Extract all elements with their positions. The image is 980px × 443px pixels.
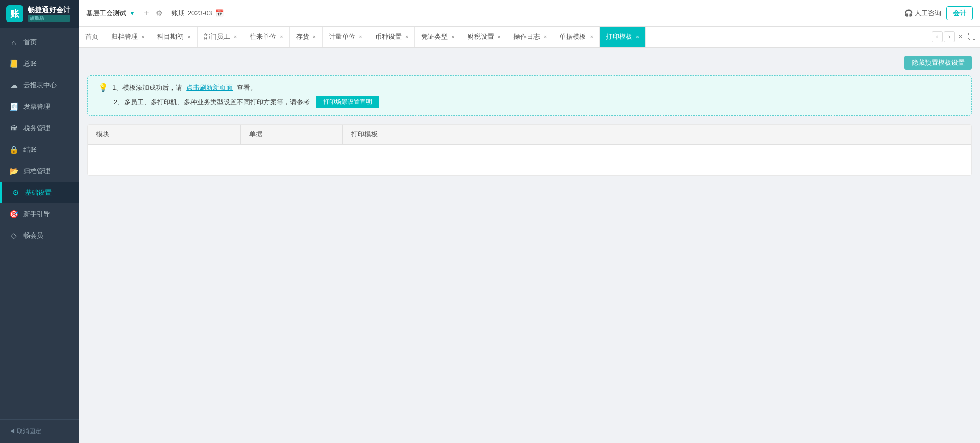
- tab-unit-close[interactable]: ×: [359, 34, 362, 40]
- main-area: 基层工会测试 ▼ ＋ ⚙ 账期 2023-03 📅 🎧 人工咨询 会计 首页 归…: [79, 0, 980, 443]
- sidebar-item-home[interactable]: ⌂ 首页: [0, 32, 79, 53]
- tab-print-template[interactable]: 打印模板 ×: [600, 27, 646, 47]
- sidebar-item-close[interactable]: 🔒 结账: [0, 139, 79, 160]
- tab-voucher-type-label: 凭证类型: [421, 32, 448, 41]
- home-icon: ⌂: [9, 38, 18, 47]
- sidebar-item-label-ledger: 总账: [23, 59, 37, 68]
- tab-currency[interactable]: 币种设置 ×: [369, 27, 415, 47]
- notice-text-1-prefix: 1、模板添加成功后，请: [112, 83, 182, 92]
- tab-supplier-close[interactable]: ×: [280, 34, 283, 40]
- sidebar-item-label-tax: 税务管理: [23, 124, 50, 133]
- col-print-template: 打印模板: [343, 125, 971, 144]
- tab-stock[interactable]: 存货 ×: [290, 27, 323, 47]
- close-account-icon: 🔒: [9, 145, 18, 154]
- content-header: 隐藏预置模板设置: [87, 56, 972, 70]
- tab-archive-close[interactable]: ×: [141, 34, 144, 40]
- print-template-table: 模块 单据 打印模板: [87, 124, 972, 176]
- tab-subject-close[interactable]: ×: [187, 34, 190, 40]
- bulb-icon: 💡: [98, 83, 108, 92]
- logo-text: 畅捷通好会计 旗舰版: [28, 6, 70, 22]
- tabbar: 首页 归档管理 × 科目期初 × 部门员工 × 往来单位 × 存货 × 计量单位…: [79, 27, 980, 48]
- tab-single-template-close[interactable]: ×: [590, 34, 593, 40]
- tab-department-label: 部门员工: [204, 32, 230, 41]
- sidebar-item-label-guide: 新手引导: [23, 209, 50, 219]
- archive-icon: 📂: [9, 167, 18, 176]
- app-edition: 旗舰版: [28, 15, 70, 22]
- sidebar-item-archive[interactable]: 📂 归档管理: [0, 160, 79, 182]
- account-button[interactable]: 会计: [946, 6, 973, 20]
- notice-line-2: 2、多员工、多打印机、多种业务类型设置不同打印方案等，请参考 打印场景设置宣明: [98, 96, 961, 108]
- period-label: 账期: [172, 9, 185, 18]
- sidebar-nav: ⌂ 首页 📒 总账 ☁ 云报表中心 🧾 发票管理 🏛 税务管理 🔒 结账 📂 归…: [0, 28, 79, 419]
- notice-box: 💡 1、模板添加成功后，请 点击刷新新页面 查看。 2、多员工、多打印机、多种业…: [87, 75, 972, 116]
- tab-home-label: 首页: [85, 32, 99, 41]
- notice-text-2-prefix: 2、多员工、多打印机、多种业务类型设置不同打印方案等，请参考: [114, 98, 310, 107]
- period-display: 账期 2023-03 📅: [172, 9, 224, 18]
- sidebar-item-guide[interactable]: 🎯 新手引导: [0, 203, 79, 225]
- project-dropdown-icon[interactable]: ▼: [129, 10, 135, 17]
- tab-currency-label: 币种设置: [375, 32, 402, 41]
- project-settings-icon[interactable]: ⚙: [156, 9, 162, 18]
- tabbar-controls: ‹ › × ⛶: [929, 31, 980, 42]
- tab-voucher-type[interactable]: 凭证类型 ×: [415, 27, 461, 47]
- close-all-tabs-button[interactable]: ×: [956, 32, 965, 41]
- tab-home[interactable]: 首页: [79, 27, 105, 47]
- hide-preview-button[interactable]: 隐藏预置模板设置: [904, 56, 972, 70]
- sidebar-item-tax[interactable]: 🏛 税务管理: [0, 118, 79, 139]
- tab-operation-log-close[interactable]: ×: [544, 34, 547, 40]
- tab-prev-button[interactable]: ‹: [932, 31, 943, 42]
- settings-icon: ⚙: [11, 188, 20, 197]
- tab-print-template-close[interactable]: ×: [636, 34, 639, 40]
- print-scene-button[interactable]: 打印场景设置宣明: [316, 96, 379, 108]
- add-project-button[interactable]: ＋: [142, 8, 151, 18]
- sidebar-item-ledger[interactable]: 📒 总账: [0, 53, 79, 75]
- app-title: 畅捷通好会计: [28, 6, 70, 14]
- tab-subject[interactable]: 科目期初 ×: [151, 27, 197, 47]
- tab-operation-log[interactable]: 操作日志 ×: [507, 27, 553, 47]
- tab-next-button[interactable]: ›: [944, 31, 955, 42]
- tab-unit[interactable]: 计量单位 ×: [323, 27, 369, 47]
- expand-button[interactable]: ⛶: [966, 32, 978, 41]
- tab-department-close[interactable]: ×: [234, 34, 237, 40]
- table-body: [88, 145, 971, 175]
- col-module: 模块: [88, 125, 241, 144]
- service-label: 人工咨询: [915, 9, 941, 18]
- tab-stock-close[interactable]: ×: [313, 34, 316, 40]
- unpin-button[interactable]: ◀ 取消固定: [0, 419, 79, 443]
- tab-subject-label: 科目期初: [157, 32, 184, 41]
- refresh-link[interactable]: 点击刷新新页面: [186, 83, 233, 92]
- tab-department[interactable]: 部门员工 ×: [198, 27, 243, 47]
- notice-line-1: 💡 1、模板添加成功后，请 点击刷新新页面 查看。: [98, 83, 961, 92]
- sidebar-item-invoice[interactable]: 🧾 发票管理: [0, 96, 79, 118]
- sidebar-item-label-archive: 归档管理: [23, 167, 50, 176]
- calendar-icon[interactable]: 📅: [215, 9, 224, 17]
- sidebar-item-label-close: 结账: [23, 145, 37, 154]
- sidebar-item-vip[interactable]: ◇ 畅会员: [0, 225, 79, 246]
- cloud-icon: ☁: [9, 81, 18, 90]
- tab-supplier[interactable]: 往来单位 ×: [243, 27, 289, 47]
- tab-single-template-label: 单据模板: [559, 32, 586, 41]
- tab-unit-label: 计量单位: [329, 32, 355, 41]
- logo-icon: 账: [6, 5, 23, 22]
- sidebar-item-label-vip: 畅会员: [23, 231, 43, 240]
- tab-archive[interactable]: 归档管理 ×: [105, 27, 151, 47]
- vip-icon: ◇: [9, 231, 18, 240]
- tab-operation-log-label: 操作日志: [513, 32, 540, 41]
- tab-tax-settings-close[interactable]: ×: [498, 34, 501, 40]
- tab-single-template[interactable]: 单据模板 ×: [553, 27, 599, 47]
- topbar: 基层工会测试 ▼ ＋ ⚙ 账期 2023-03 📅 🎧 人工咨询 会计: [79, 0, 980, 27]
- sidebar-item-settings[interactable]: ⚙ 基础设置: [0, 182, 79, 203]
- period-value: 2023-03: [188, 9, 212, 17]
- tab-voucher-type-close[interactable]: ×: [451, 34, 454, 40]
- tab-stock-label: 存货: [296, 32, 309, 41]
- tab-tax-settings[interactable]: 财税设置 ×: [461, 27, 507, 47]
- tab-currency-close[interactable]: ×: [405, 34, 408, 40]
- project-selector[interactable]: 基层工会测试 ▼: [86, 9, 135, 18]
- sidebar-item-reports[interactable]: ☁ 云报表中心: [0, 75, 79, 96]
- headset-icon: 🎧: [904, 9, 913, 17]
- customer-service-button[interactable]: 🎧 人工咨询: [904, 9, 941, 18]
- project-name: 基层工会测试: [86, 9, 126, 18]
- sidebar-item-label-settings: 基础设置: [25, 188, 52, 197]
- tab-archive-label: 归档管理: [111, 32, 138, 41]
- tab-tax-settings-label: 财税设置: [468, 32, 494, 41]
